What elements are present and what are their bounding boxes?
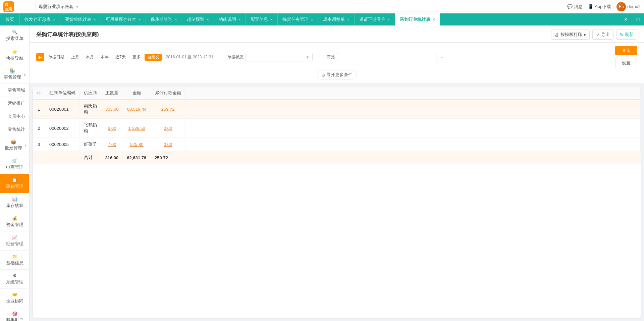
toggle-icon: ▶: [39, 55, 42, 60]
sidebar-item-operations[interactable]: 📈 经营管理: [0, 231, 29, 251]
sidebar-item-retail[interactable]: 🏪 零售管理 ▲: [0, 65, 29, 84]
tab-shoufacun[interactable]: 收发存汇总表 ✕: [20, 13, 60, 25]
tab-baozhiqi[interactable]: 保质期查询 ✕: [146, 13, 182, 25]
user-avatar-area[interactable]: Ea demo2: [616, 2, 641, 11]
search-menu-btn[interactable]: 🔍 搜索菜单: [2, 28, 27, 43]
expand-more-btn[interactable]: ⊕ 展开更多条件: [317, 70, 357, 79]
tab-caigou-stats-close[interactable]: ✕: [432, 18, 435, 21]
row3-paid[interactable]: 0.00: [151, 138, 185, 151]
search-icon: 🔍: [12, 30, 17, 35]
tab-chengben-close[interactable]: ✕: [347, 18, 350, 21]
sidebar-item-retail-shop[interactable]: 零售商城: [0, 84, 29, 97]
settings-btn[interactable]: 设置: [615, 58, 637, 68]
ecommerce-icon: 🛒: [12, 158, 17, 163]
printer-icon: 🖨: [555, 32, 559, 37]
tab-home[interactable]: 首页: [0, 13, 20, 25]
workspace-selector[interactable]: 母婴行业演示账套 ▾: [36, 2, 567, 11]
tab-jianhuo[interactable]: 拣货任务管理 ✕: [278, 13, 318, 25]
purchase-label: 采购管理: [6, 183, 23, 190]
tab-close-action[interactable]: ✕: [620, 13, 632, 25]
tab-yaohuo-close[interactable]: ✕: [93, 18, 96, 21]
app-download-btn[interactable]: 📱 App下载: [588, 4, 611, 10]
sidebar-item-inventory[interactable]: 📊 库存核算: [0, 193, 29, 212]
nav-tab-actions: ✕ □: [620, 13, 644, 25]
tab-keyongliang[interactable]: 可用量库存账本 ✕: [101, 13, 146, 25]
row1-paid[interactable]: 259.72: [151, 100, 185, 119]
tab-yaohuo[interactable]: 要货单统计表 ✕: [60, 13, 101, 25]
marketing-label: 营销推广: [8, 100, 25, 106]
sidebar-item-purchase[interactable]: 📋 采购管理: [0, 174, 29, 193]
tab-chengben-label: 成本调整单: [323, 16, 345, 22]
tab-gongneng[interactable]: 功能说明 ✕: [214, 13, 246, 25]
sidebar-item-basic[interactable]: 📁 基础信息: [0, 251, 29, 270]
sidebar-item-retail-stats[interactable]: 零售统计: [0, 123, 29, 136]
template-print-label: 按模板打印: [560, 32, 582, 38]
shortcut-last-month[interactable]: 上月: [68, 54, 82, 61]
refresh-label: 刷新: [625, 32, 634, 38]
row2-amount[interactable]: 1,586.52: [123, 119, 151, 138]
sidebar-item-enterprise[interactable]: 🤝 企业协同: [0, 289, 29, 308]
col-settings[interactable]: ⚙: [33, 87, 45, 100]
col-paid: 累计付款金额: [151, 87, 185, 100]
member-label: 会员中心: [8, 113, 25, 119]
data-table: ⚙ 往来单位编码 供应商 主数量 金额 累计付款金额 1 00020001 惠氏…: [33, 87, 641, 164]
tab-chaochuyujing[interactable]: 超储预警 ✕: [182, 13, 214, 25]
product-input[interactable]: [337, 53, 437, 61]
query-btn[interactable]: 查询: [615, 46, 637, 55]
tab-shoufacun-label: 收发存汇总表: [24, 16, 51, 22]
refresh-btn[interactable]: ↻ 刷新: [616, 30, 637, 40]
sidebar-item-newguide[interactable]: 🎯 新手引导: [0, 308, 29, 321]
tab-caigou-stats[interactable]: 采购订单统计表 ✕: [395, 13, 440, 25]
template-print-btn[interactable]: 🖨 按模板打印 ▾: [551, 30, 590, 40]
product-more-icon[interactable]: ···: [439, 55, 443, 60]
tab-shoufacun-close[interactable]: ✕: [53, 18, 55, 21]
sidebar-item-ecommerce[interactable]: 🛒 电商管理: [0, 155, 29, 174]
status-select[interactable]: ▾: [246, 53, 313, 61]
tab-peizhi-close[interactable]: ✕: [270, 18, 273, 21]
message-btn[interactable]: 💬 消息: [567, 4, 583, 10]
row2-paid[interactable]: 0.00: [151, 119, 185, 138]
row3-amount[interactable]: 525.80: [123, 138, 151, 151]
sidebar-item-system[interactable]: ⚙ 系统管理: [0, 270, 29, 289]
footer-amount: 62,631.76: [123, 151, 151, 164]
basic-label: 基础信息: [6, 260, 23, 266]
sidebar-item-member[interactable]: 会员中心: [0, 110, 29, 123]
tab-keyongliang-close[interactable]: ✕: [138, 18, 141, 21]
shortcut-this-month[interactable]: 本月: [83, 54, 97, 61]
retail-shop-label: 零售商城: [8, 87, 25, 93]
enterprise-icon: 🤝: [12, 292, 17, 297]
sidebar-item-finance[interactable]: 💰 资金管理: [0, 212, 29, 231]
row1-amount[interactable]: 60,519.44: [123, 100, 151, 119]
retail-icon: 🏪: [10, 68, 15, 73]
filter-toggle-btn[interactable]: ▶: [36, 53, 44, 61]
tab-baozhiqi-close[interactable]: ✕: [174, 18, 177, 21]
tab-yaoqing-close[interactable]: ✕: [387, 18, 390, 21]
tab-yaoqing[interactable]: 邀请下游客户 ✕: [355, 13, 395, 25]
tab-gongneng-close[interactable]: ✕: [238, 18, 241, 21]
export-btn[interactable]: ↗ 导出: [592, 30, 613, 40]
row1-qty[interactable]: 303.00: [101, 100, 123, 119]
row3-code: 00020005: [45, 138, 80, 151]
sidebar-item-wholesale[interactable]: 📦 批发管理 ▾: [0, 136, 29, 155]
shortcut-7days[interactable]: 近7天: [113, 54, 128, 61]
template-arrow-icon: ▾: [584, 32, 586, 37]
footer-empty2: [45, 151, 80, 164]
tab-chaochuyujing-close[interactable]: ✕: [206, 18, 209, 21]
row3-qty[interactable]: 7.00: [101, 138, 123, 151]
sidebar-item-quicknav[interactable]: ⭐ 快捷导航: [0, 46, 29, 65]
tab-expand-action[interactable]: □: [632, 13, 644, 25]
finance-label: 资金管理: [6, 222, 23, 228]
tab-chengben[interactable]: 成本调整单 ✕: [318, 13, 355, 25]
workspace-arrow: ▾: [76, 4, 78, 9]
action-btns: 查询 设置: [615, 46, 637, 68]
shortcut-this-year[interactable]: 本年: [98, 54, 111, 61]
row2-qty[interactable]: 6.00: [101, 119, 123, 138]
tab-keyongliang-label: 可用量库存账本: [106, 16, 136, 22]
tab-jianhuo-close[interactable]: ✕: [311, 18, 313, 21]
custom-date-tag[interactable]: 自定义: [145, 54, 162, 61]
shortcut-more[interactable]: 更多: [130, 54, 143, 61]
sidebar-item-marketing[interactable]: 营销推广: [0, 97, 29, 110]
product-filter: 商品 ···: [327, 53, 611, 61]
page-title: 采购订单统计表(按供应商): [36, 31, 99, 38]
tab-peizhi[interactable]: 配置信息 ✕: [246, 13, 278, 25]
